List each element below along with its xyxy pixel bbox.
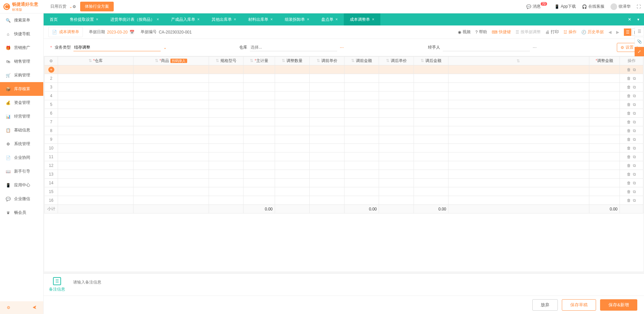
copy-row-icon[interactable]: ⧉ [633,128,636,133]
col-post-price[interactable]: ⇅调后单价 [379,57,414,65]
nav-item-资金管理[interactable]: 💰资金管理 [0,96,43,110]
nav-item-畅会员[interactable]: ♛畅会员 [0,206,43,219]
rail-note-icon[interactable]: ☰ [635,27,644,36]
delete-row-icon[interactable]: 🗑 [627,181,631,185]
tab-产成品入库单[interactable]: 产成品入库单× [165,13,206,25]
cell-warehouse[interactable] [58,65,133,74]
cell-spec[interactable] [209,65,244,74]
tab-组装拆卸单[interactable]: 组装拆卸单× [279,13,315,25]
print-link[interactable]: 🖨 打印 [545,29,559,35]
delete-row-icon[interactable]: 🗑 [627,102,631,107]
copy-row-icon[interactable]: ⧉ [633,189,636,194]
nav-item-新手引导[interactable]: 📖新手引导 [0,165,43,178]
cell-adj-qty[interactable] [275,65,310,74]
delete-row-icon[interactable]: 🗑 [627,85,631,89]
copy-row-icon[interactable]: ⧉ [633,163,636,168]
cell-adj-amt[interactable] [589,65,620,74]
discard-button[interactable]: 放弃 [532,299,558,311]
tab-材料出库单[interactable]: 材料出库单× [242,13,279,25]
nav-item-采购管理[interactable]: 🛒采购管理 [0,68,43,82]
delete-row-icon[interactable]: 🗑 [627,198,631,203]
nav-item-搜索菜单[interactable]: 🔍搜索菜单 [0,13,43,27]
col-product[interactable]: ⇅*商品扫码录入 [133,57,209,65]
chevron-down-icon[interactable]: ⌄ [163,45,167,50]
settings-button[interactable]: ⚙ 设置 [617,43,637,52]
tab-进货单统计表（按商品）[interactable]: 进货单统计表（按商品）× [104,13,165,25]
col-warehouse[interactable]: ⇅*仓库 [58,57,133,65]
tab-close-current[interactable]: ✕ [626,16,633,23]
rail-attach-icon[interactable]: 📎 [635,37,644,46]
history-link[interactable]: 🕘 历史单据 [581,29,604,35]
col-pre-amt[interactable]: ⇅调前金额 [344,57,379,65]
tab-售价提取设置[interactable]: 售价提取设置× [64,13,104,25]
copy-row-icon[interactable]: ⧉ [633,198,636,203]
rail-expand-icon[interactable]: ⤢ [635,47,644,56]
app-download-link[interactable]: 📱 App下载 [554,4,576,9]
tab-成本调整单[interactable]: 成本调整单× [344,13,380,25]
copy-row-icon[interactable]: ⧉ [633,93,636,98]
nav-item-系统管理[interactable]: ⚙系统管理 [0,137,43,151]
tab-其他出库单[interactable]: 其他出库单× [206,13,242,25]
delete-row-icon[interactable]: 🗑 [627,154,631,159]
handler-input[interactable] [443,44,530,51]
view-list[interactable]: ☰ [624,28,631,36]
tab-close-icon[interactable]: × [307,17,309,22]
batch-adjust-link[interactable]: ☰ 按单据调整 [516,29,541,35]
nav-item-库存核算[interactable]: 📦库存核算 [0,82,43,96]
col-settings[interactable]: ⚙ [45,57,58,65]
tab-close-icon[interactable]: × [157,17,159,22]
collapse-icon[interactable]: ⮜ [33,305,37,310]
tab-close-icon[interactable]: × [96,17,98,22]
nav-item-营销推广[interactable]: 🎁营销推广 [0,41,43,55]
tab-close-icon[interactable]: × [234,17,236,22]
warehouse-input[interactable] [250,44,337,51]
nav-item-快捷导航[interactable]: ⌂快捷导航 [0,27,43,41]
video-link[interactable]: ◉ 视频 [458,29,471,35]
col-pre-price[interactable]: ⇅调前单价 [310,57,344,65]
prev-doc[interactable]: ◀ [608,30,611,35]
nav-item-企业微信[interactable]: 💬企业微信 [0,192,43,206]
col-adj-qty[interactable]: ⇅调整数量 [275,57,310,65]
delete-row-icon[interactable]: 🗑 [627,172,631,177]
help-link[interactable]: ? 帮助 [475,29,487,35]
copy-row-icon[interactable]: ⧉ [633,181,636,185]
col-main-qty[interactable]: ⇅*主计量 [244,57,275,65]
copy-row-icon[interactable]: ⧉ [633,85,636,89]
cell-post-amt[interactable] [414,65,448,74]
copy-row-icon[interactable]: ⧉ [633,111,636,116]
col-post-amt[interactable]: ⇅调后金额 [414,57,448,65]
cell-pre-price[interactable] [310,65,344,74]
biz-type-input[interactable] [73,44,161,51]
nav-item-经营管理[interactable]: 📊经营管理 [0,110,43,123]
copy-row-icon[interactable]: ⧉ [633,76,636,81]
remarks-input[interactable] [70,277,639,287]
delete-row-icon[interactable]: 🗑 [627,120,631,124]
copy-row-icon[interactable]: ⧉ [633,146,636,150]
support-link[interactable]: 🎧 在线客服 [582,4,604,9]
delete-row-icon[interactable]: 🗑 [627,146,631,150]
delete-row-icon[interactable]: 🗑 [627,76,631,81]
category-select[interactable]: 日用百货 ⌄ [50,4,72,9]
cell-post-price[interactable] [379,65,414,74]
delete-row-icon[interactable]: 🗑 [627,111,631,116]
more-icon[interactable]: ⋯ [533,45,537,50]
tab-close-icon[interactable]: × [197,17,200,22]
delete-row-icon[interactable]: 🗑 [627,137,631,142]
delete-row-icon[interactable]: 🗑 [627,67,631,72]
tab-close-icon[interactable]: × [372,17,374,22]
messages-link[interactable]: 💬 消息 70 [526,4,548,9]
tab-close-icon[interactable]: × [335,17,338,22]
cell-product[interactable] [133,65,209,74]
delete-row-icon[interactable]: 🗑 [627,189,631,194]
delete-row-icon[interactable]: 🗑 [627,93,631,98]
save-draft-button[interactable]: 保存草稿 [562,299,596,311]
nav-item-应用中心[interactable]: 📱应用中心 [0,178,43,192]
fullscreen-icon[interactable]: ⛶ [637,4,641,9]
nav-item-基础信息[interactable]: 📋基础信息 [0,123,43,137]
copy-row-icon[interactable]: ⧉ [633,154,636,159]
nav-item-企业协同[interactable]: 📄企业协同 [0,151,43,165]
settings-icon[interactable]: ⚙ [7,305,10,310]
copy-row-icon[interactable]: ⧉ [633,137,636,142]
shortcut-link[interactable]: ⌨ 快捷键 [492,29,511,35]
try-industry-button[interactable]: 体验行业方案 [80,2,114,11]
